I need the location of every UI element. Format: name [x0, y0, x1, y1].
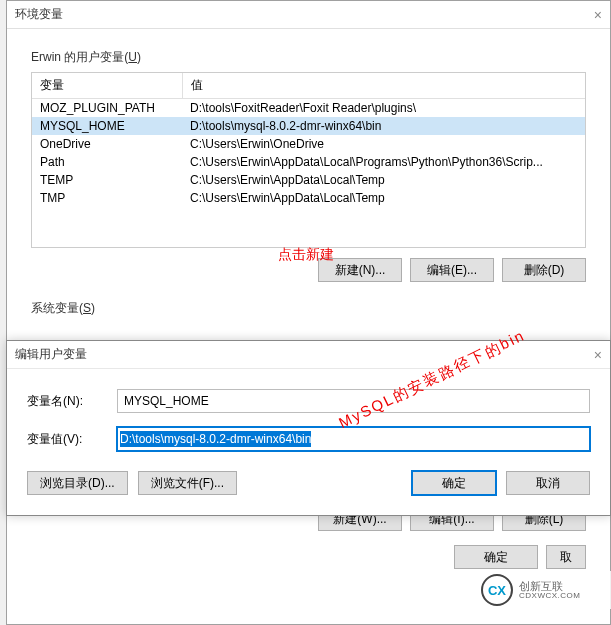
- label-close-2: ): [91, 301, 95, 315]
- table-row[interactable]: PathC:\Users\Erwin\AppData\Local\Program…: [32, 153, 585, 171]
- user-vars-table[interactable]: 变量 值 MOZ_PLUGIN_PATHD:\tools\FoxitReader…: [31, 72, 586, 248]
- col-val[interactable]: 值: [182, 73, 585, 99]
- table-row[interactable]: TEMPC:\Users\Erwin\AppData\Local\Temp: [32, 171, 585, 189]
- table-header-row: 变量 值: [32, 73, 585, 99]
- user-vars-label: Erwin 的用户变量(U): [31, 49, 586, 66]
- edit-var-dialog: 编辑用户变量 × 变量名(N): 变量值(V): D:\tools\mysql-…: [6, 340, 611, 516]
- watermark: CX 创新互联 CDXWCX.COM: [481, 571, 611, 609]
- watermark-brand: 创新互联: [519, 580, 580, 592]
- var-value-row: 变量值(V): D:\tools\mysql-8.0.2-dmr-winx64\…: [27, 427, 590, 451]
- var-value-label: 变量值(V):: [27, 431, 117, 448]
- close-icon[interactable]: ×: [594, 7, 602, 23]
- table-row[interactable]: MYSQL_HOMED:\tools\mysql-8.0.2-dmr-winx6…: [32, 117, 585, 135]
- var-name-cell: OneDrive: [32, 135, 182, 153]
- browse-file-button[interactable]: 浏览文件(F)...: [138, 471, 237, 495]
- var-name-cell: MYSQL_HOME: [32, 117, 182, 135]
- table-row[interactable]: OneDriveC:\Users\Erwin\OneDrive: [32, 135, 585, 153]
- var-name-cell: MOZ_PLUGIN_PATH: [32, 99, 182, 118]
- cancel-button-outer[interactable]: 取: [546, 545, 586, 569]
- hotkey-u: U: [128, 50, 137, 64]
- var-value-cell: C:\Users\Erwin\OneDrive: [182, 135, 585, 153]
- var-value-cell: C:\Users\Erwin\AppData\Local\Temp: [182, 171, 585, 189]
- user-vars-label-text: Erwin 的用户变量(: [31, 50, 128, 64]
- outer-titlebar: 环境变量 ×: [7, 1, 610, 29]
- edit-button[interactable]: 编辑(E)...: [410, 258, 494, 282]
- cancel-button[interactable]: 取消: [506, 471, 590, 495]
- sys-vars-label: 系统变量(S): [31, 300, 586, 317]
- outer-title: 环境变量: [15, 6, 63, 23]
- annotation-click-new: 点击新建: [278, 246, 334, 264]
- watermark-text: 创新互联 CDXWCX.COM: [519, 580, 580, 601]
- var-value-cell: D:\tools\mysql-8.0.2-dmr-winx64\bin: [182, 117, 585, 135]
- var-name-row: 变量名(N):: [27, 389, 590, 413]
- env-vars-dialog: 环境变量 × Erwin 的用户变量(U) 变量 值 MOZ_PLUGIN_PA…: [6, 0, 611, 625]
- inner-buttons: 浏览目录(D)... 浏览文件(F)... 确定 取消: [27, 471, 590, 495]
- sys-vars-label-text: 系统变量(: [31, 301, 83, 315]
- watermark-url: CDXWCX.COM: [519, 592, 580, 601]
- var-value-cell: C:\Users\Erwin\AppData\Local\Temp: [182, 189, 585, 207]
- inner-content: 变量名(N): 变量值(V): D:\tools\mysql-8.0.2-dmr…: [7, 369, 610, 515]
- hotkey-s: S: [83, 301, 91, 315]
- table-row[interactable]: TMPC:\Users\Erwin\AppData\Local\Temp: [32, 189, 585, 207]
- var-name-label: 变量名(N):: [27, 393, 117, 410]
- var-value-cell: C:\Users\Erwin\AppData\Local\Programs\Py…: [182, 153, 585, 171]
- var-value-cell: D:\tools\FoxitReader\Foxit Reader\plugin…: [182, 99, 585, 118]
- watermark-logo-icon: CX: [481, 574, 513, 606]
- var-name-cell: TEMP: [32, 171, 182, 189]
- browse-dir-button[interactable]: 浏览目录(D)...: [27, 471, 128, 495]
- ok-button-outer[interactable]: 确定: [454, 545, 538, 569]
- var-value-text: D:\tools\mysql-8.0.2-dmr-winx64\bin: [120, 431, 311, 447]
- var-value-input[interactable]: D:\tools\mysql-8.0.2-dmr-winx64\bin: [117, 427, 590, 451]
- ok-button[interactable]: 确定: [412, 471, 496, 495]
- inner-title: 编辑用户变量: [15, 346, 87, 363]
- delete-button[interactable]: 删除(D): [502, 258, 586, 282]
- table-row[interactable]: MOZ_PLUGIN_PATHD:\tools\FoxitReader\Foxi…: [32, 99, 585, 118]
- label-close: ): [137, 50, 141, 64]
- outer-content: Erwin 的用户变量(U) 变量 值 MOZ_PLUGIN_PATHD:\to…: [7, 29, 610, 333]
- var-name-cell: Path: [32, 153, 182, 171]
- col-var[interactable]: 变量: [32, 73, 182, 99]
- var-name-cell: TMP: [32, 189, 182, 207]
- close-icon[interactable]: ×: [594, 347, 602, 363]
